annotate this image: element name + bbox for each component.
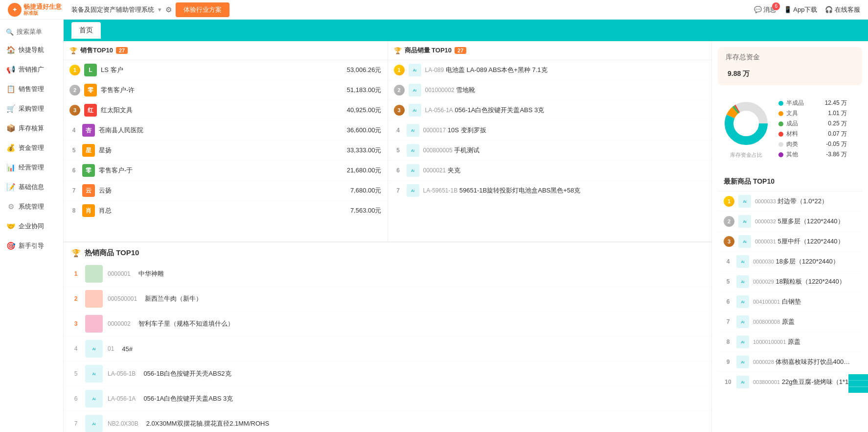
sidebar-item-guide[interactable]: 🎯 新手引导 [0,236,63,256]
topbar-right: 💬 消息 6 📱 App下载 🎧 在线客服 [754,5,860,14]
client-name: 肖总 [99,206,346,215]
client-value: 7,680.00元 [350,186,382,195]
guide-icon: 🎯 [6,241,16,251]
legend-dot [778,111,783,116]
legend-item: 肉类 -0.05 万 [778,140,847,148]
product-code: NB2.0X30B [108,420,138,427]
settings-icon: ⚙ [6,202,16,212]
product-img: Ai [736,255,749,268]
legend-item: 材料 0.07 万 [778,130,847,138]
sidebar-item-marketing[interactable]: 📢 营销推广 [0,60,63,79]
sidebar-item-system[interactable]: ⚙ 系统管理 [0,197,63,216]
handshake-icon: 🤝 [6,221,16,231]
product-code: LA-056-1A [108,395,136,402]
legend-value: 12.45 万 [825,99,847,107]
list-item: 10 Ai 003800001 22g鱼豆腐-烧烤味（1*12*20） [718,372,862,392]
legend-label: 成品 [786,120,825,128]
products-sold-badge: 27 [455,47,466,54]
client-name: 苍南县人民医院 [99,126,343,135]
rank-num: 6 [394,167,403,174]
trophy-icon: 🏆 [69,47,77,54]
box-icon: 📦 [6,123,16,133]
product-img [85,315,103,333]
rank-num: 1 [71,270,80,277]
product-img [85,265,103,283]
message-count: 6 [772,2,780,10]
product-img: Ai [407,164,419,177]
float-btn-live[interactable]: 直播 [848,387,868,393]
clients-top10-panel: 🏆 销售TOP10 27 1 L LS 客户 53,006.26元 [64,41,388,242]
tab-home[interactable]: 首页 [71,22,101,39]
trial-button[interactable]: 体验行业方案 [176,2,229,17]
messages-badge[interactable]: 💬 消息 6 [754,5,777,14]
legend-label: 肉类 [786,140,823,148]
client-avatar: L [84,64,97,76]
product-name: 056-1B白色按键开关壳ABS2克 [143,369,231,378]
list-item: 1 L LS 客户 53,006.26元 [64,60,388,80]
client-name: LS 客户 [101,66,343,74]
clients-panel-header: 🏆 销售TOP10 27 [64,41,388,60]
products-sold-panel: 🏆 商品销量 TOP10 27 1 Ai LA-089 电池盖 LA-089 A… [388,41,712,242]
rank-num: 4 [394,127,403,134]
sidebar-item-label: 快捷导航 [19,46,44,54]
client-value: 21,680.00元 [347,166,382,175]
phone-icon: 📱 [784,6,792,13]
product-img: Ai [409,84,421,96]
app-download[interactable]: 📱 App下载 [784,5,817,14]
hot-products-list: 1 0000001 中华神雕 2 000500001 新西兰牛肉（新牛） [64,262,711,432]
clients-badge: 27 [116,47,128,54]
client-avatar: 零 [82,164,95,177]
legend-value: -3.86 万 [826,150,847,159]
list-item: 6 零 零售客户-于 21,680.00元 [64,161,388,181]
product-img: Ai [738,195,751,208]
client-name: 星扬 [99,146,343,155]
product-name: 新西兰牛肉（新牛） [145,294,202,303]
sidebar-item-shortcuts[interactable]: 🏠 快捷导航 [0,40,63,60]
sidebar-item-inventory[interactable]: 📦 库存核算 [0,119,63,138]
rank-num: 7 [71,420,80,427]
list-item: 4 杏 苍南县人民医院 36,600.00元 [64,120,388,141]
client-value: 7,563.00元 [350,206,382,215]
client-avatar: 星 [82,144,95,157]
list-item: 5 星 星扬 33,333.00元 [64,141,388,161]
sidebar-item-enterprise[interactable]: 🤝 企业协同 [0,216,63,236]
client-name: 零售客户-许 [101,86,343,95]
float-btn-community[interactable]: 服务社区 [848,381,868,387]
list-item: 3 红 红太阳文具 40,925.00元 [64,100,388,120]
latest-products-header: 最新商品 TOP10 [718,172,862,192]
rank-medal: 3 [394,105,405,116]
product-img: Ai [736,275,749,288]
list-item: 7 云 云扬 7,680.00元 [64,181,388,201]
left-area: 🏆 销售TOP10 27 1 L LS 客户 53,006.26元 [64,41,711,432]
search-icon: 🔍 [6,28,14,36]
main-layout: 🔍 搜索菜单 🏠 快捷导航 📢 营销推广 📋 销售管理 🛒 采购管理 📦 库存核… [0,20,868,432]
inventory-unit: 万 [743,70,750,77]
list-item: 7 Ai 000800008 原盖 [718,312,862,332]
rank-medal: 2 [724,216,734,227]
sidebar-item-purchase[interactable]: 🛒 采购管理 [0,99,63,119]
nav-bar: 首页 [64,20,868,41]
clients-list: 1 L LS 客户 53,006.26元 2 零 零售客户-许 51,183.0… [64,60,388,220]
online-service[interactable]: 🎧 在线客服 [825,5,860,14]
rank-num: 2 [71,295,80,302]
system-selector[interactable]: 装备及固定资产辅助管理系统 ▾ ⚙ [71,5,172,14]
gear-icon[interactable]: ⚙ [165,5,172,14]
sidebar-item-finance[interactable]: 💰 资金管理 [0,138,63,158]
dropdown-icon[interactable]: ▾ [158,6,161,13]
medal-3: 3 [69,105,80,116]
sidebar-item-sales[interactable]: 📋 销售管理 [0,79,63,99]
float-btn-service[interactable]: 客服热线 [848,374,868,381]
product-code: 0000002 [108,320,131,327]
sidebar-item-operations[interactable]: 📊 经营管理 [0,158,63,177]
legend-item: 半成品 12.45 万 [778,99,847,107]
sidebar-item-basic-info[interactable]: 📝 基础信息 [0,177,63,197]
search-menu[interactable]: 🔍 搜索菜单 [0,24,63,40]
sidebar-item-label: 销售管理 [19,85,44,94]
float-buttons: 客服热线 服务社区 直播 [848,374,868,393]
legend-label: 半成品 [786,99,822,107]
list-item: 1 Ai LA-089 电池盖 LA-089 ABS本色+黑种 7.1克 [388,60,712,80]
list-item: 3 Ai 0000031 5厘中纤（1220*2440） [718,232,862,252]
rank-num: 8 [69,207,78,214]
hot-item: 7 Ai NB2.0X30B 2.0X30MM双摆花轴.摆花直径2.1MM/RO… [64,411,711,432]
donut-container: 库存资金占比 半成品 12.45 万 文具 1.01 万 [722,95,858,163]
